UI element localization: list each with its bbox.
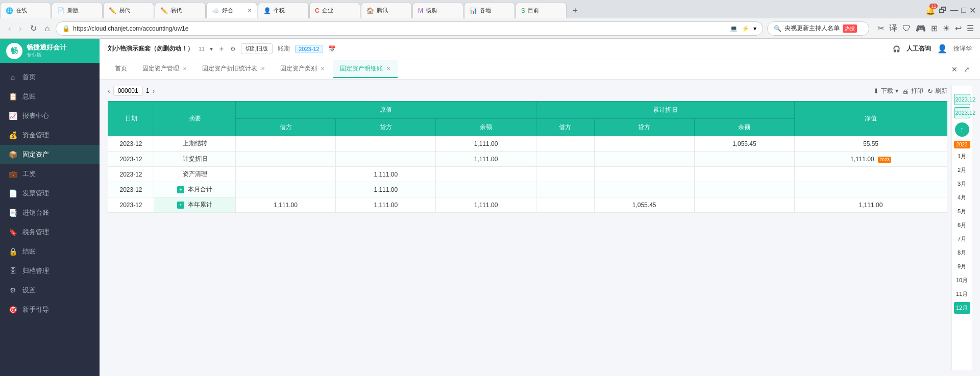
browser-tab-geshui[interactable]: 👤 个税 [258,2,309,18]
period-month-6[interactable]: 6月 [954,219,970,231]
sidebar-item-funds[interactable]: 💰 资金管理 [0,126,100,145]
menu-icon[interactable]: ☰ [967,23,974,33]
switch-version-button[interactable]: 切到旧版 [241,43,273,54]
tab-fixed-assets-mgmt[interactable]: 固定资产管理 ✕ [135,60,194,78]
close-browser-icon[interactable]: ✕ [969,6,976,15]
sidebar-item-label: 工资 [22,169,36,179]
period-month-10[interactable]: 10月 [954,274,970,286]
tab-home[interactable]: 首页 [108,60,134,78]
period-month-2[interactable]: 2月 [954,164,970,176]
sidebar-title: 畅捷通好会计 [27,43,66,52]
next-page-button[interactable]: › [152,87,155,95]
dropdown-arrow[interactable]: ▾ [210,45,213,53]
scissors-icon[interactable]: ✂ [877,23,884,33]
settings-gear-icon[interactable]: ⚙ [230,45,236,53]
sidebar-item-inventory[interactable]: 📑 进销台账 [0,203,100,222]
period-month-12[interactable]: 12月 [954,302,970,314]
url-icons: 💻 ⚡ ▾ [730,25,756,32]
close-tab-button[interactable]: ✕ [949,63,960,76]
sidebar-item-close[interactable]: 🔒 结账 [0,242,100,261]
device-icon[interactable]: 💻 [730,25,738,32]
expand-tab-button[interactable]: ⤢ [962,63,972,76]
grid-icon[interactable]: ⊞ [931,23,938,33]
home-button[interactable]: ⌂ [43,22,52,35]
sidebar-item-home[interactable]: ⌂ 首页 [0,67,100,87]
forward-button[interactable]: › [17,22,23,35]
maximize-icon[interactable]: □ [961,6,966,15]
period-month-11[interactable]: 11月 [954,288,970,300]
period-badge: 2023-12 [295,45,323,53]
back-button[interactable]: ‹ [6,22,13,35]
content-main: ‹ 000001 1 › ⬇ 下载 ▾ 🖨 打印 [108,86,947,370]
period-month-9[interactable]: 9月 [954,261,970,272]
sidebar-item-ledger[interactable]: 📋 总账 [0,87,100,106]
sidebar-item-payroll[interactable]: 💼 工资 [0,164,100,184]
sidebar-item-guide[interactable]: 🎯 新手引导 [0,300,100,319]
sidebar-item-label: 进销台账 [22,208,49,217]
tab-close-icon[interactable]: ✕ [248,8,252,13]
table-row: 2023-12 资产清理 1,111.00 [108,167,947,182]
gamepad-icon[interactable]: 🎮 [916,23,926,33]
browser-tab-mubiao[interactable]: S 目前 [516,2,567,18]
cell-summary: + 本月合计 [154,182,236,197]
print-button[interactable]: 🖨 打印 [902,87,923,95]
period-month-7[interactable]: 7月 [954,233,970,245]
sidebar-item-reports[interactable]: 📈 报表中心 [0,106,100,126]
browser-tab-new[interactable]: 📄 新版 [52,2,103,18]
tab-favicon: 📄 [57,7,65,14]
browser-tab-yidai1[interactable]: ✏️ 易代 [103,2,154,18]
period-month-1[interactable]: 1月 [954,151,970,162]
period-month-5[interactable]: 5月 [954,206,970,217]
period-month-3[interactable]: 3月 [954,178,970,190]
search-area[interactable]: 🔍 央视更新主持人名单 热搜 [767,21,869,36]
tab-asset-categories[interactable]: 固定资产类别 ✕ [273,60,332,78]
tab-close-icon[interactable]: ✕ [386,66,390,71]
tab-asset-ledger[interactable]: 固定资产明细账 ✕ [333,60,398,78]
dropdown-icon[interactable]: ▾ [753,25,756,32]
notification-icon[interactable]: 🔔 11 [925,6,936,15]
period-date-2[interactable]: 2023.12 [954,107,970,118]
translate-icon[interactable]: 译 [889,23,897,34]
minimize-icon[interactable]: — [950,6,958,15]
browser-tab-gedi[interactable]: 📊 各地 [464,2,515,18]
tab-depreciation-stats[interactable]: 固定资产折旧统计表 ✕ [195,60,272,78]
sidebar-item-settings[interactable]: ⚙ 设置 [0,281,100,300]
browser-tab-qiye[interactable]: C 企业 [309,2,360,18]
url-input[interactable]: 🔒 https://cloud.chanjet.com/accounting/u… [56,21,763,36]
cell-orig-credit: 1,111.00 [336,182,436,197]
tab-close-icon[interactable]: ✕ [183,66,187,71]
sidebar-item-label: 首页 [22,72,36,82]
tab-close-icon[interactable]: ✕ [261,66,265,71]
period-month-8[interactable]: 8月 [954,247,970,259]
sidebar-item-fixed-assets[interactable]: 📦 固定资产 [0,145,100,164]
history-icon[interactable]: ↩ [955,23,962,33]
shield-icon[interactable]: 🛡 [902,24,911,33]
sun-icon[interactable]: ☀ [943,23,950,33]
scroll-up-button[interactable]: ↑ [955,122,969,137]
reload-button[interactable]: ↻ [28,21,39,35]
restore-icon[interactable]: 🗗 [939,6,947,15]
period-month-4[interactable]: 4月 [954,192,970,204]
cell-orig-balance [436,167,536,182]
browser-tab-tencent[interactable]: 🏠 腾讯 [361,2,412,18]
sidebar-item-archive[interactable]: 🗄 归档管理 [0,261,100,281]
prev-page-button[interactable]: ‹ [108,87,110,95]
add-account-button[interactable]: ＋ [218,44,225,54]
download-button[interactable]: ⬇ 下载 ▾ [873,87,898,95]
browser-tab-chang[interactable]: M 畅购 [412,2,463,18]
calendar-icon[interactable]: 📅 [328,45,336,53]
browser-tab-online[interactable]: 🌐 在线 [0,2,51,18]
period-year[interactable]: 2023 [954,141,970,148]
tab-close-icon[interactable]: ✕ [321,66,325,71]
customer-service[interactable]: 人工咨询 [906,44,931,53]
cell-accum-debit [536,167,594,182]
lightning-icon[interactable]: ⚡ [742,25,749,32]
refresh-button[interactable]: ↻ 刷新 [927,87,947,95]
browser-tab-haohui[interactable]: ☁️ 好会 ✕ [206,2,257,18]
tax-icon: 🔖 [8,228,17,236]
browser-tab-yidai2[interactable]: ✏️ 易代 [155,2,206,18]
period-date-1[interactable]: 2023.12 [954,94,970,105]
sidebar-item-invoice[interactable]: 📄 发票管理 [0,184,100,203]
sidebar-item-tax[interactable]: 🔖 税务管理 [0,222,100,242]
new-tab-button[interactable]: ＋ [567,2,583,18]
